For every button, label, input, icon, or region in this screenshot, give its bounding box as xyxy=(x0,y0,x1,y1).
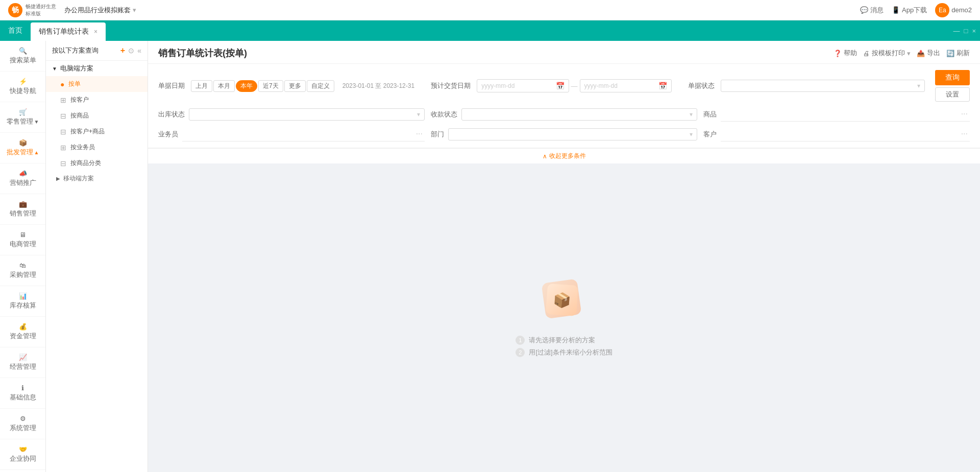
sidebar-item-sales[interactable]: 💼 销售管理 xyxy=(0,194,45,225)
scheme-item-by-goods[interactable]: ⊟ 按商品 xyxy=(46,108,148,124)
filter-row-2: 出库状态 ▾ 收款状态 ▾ xyxy=(158,107,970,122)
page-title: 销售订单统计表(按单) xyxy=(158,47,247,59)
top-bar: 畅 畅捷通好生意 标准版 办公用品行业模拟账套 ▾ 💬 消息 📱 App下载 E… xyxy=(0,0,980,20)
tab-sales-stats[interactable]: 销售订单统计表 × xyxy=(31,22,106,41)
sidebar-item-ecom[interactable]: 🖥 电商管理 xyxy=(0,225,45,255)
scheme-collapse-btn[interactable]: « xyxy=(137,46,141,55)
goods-more-btn[interactable]: ··· xyxy=(961,109,968,119)
status-select[interactable]: ▾ xyxy=(721,80,925,92)
expected-date-start[interactable]: yyyy-mm-dd 📅 xyxy=(477,79,569,92)
help-btn[interactable]: ❓ 帮助 xyxy=(834,49,857,58)
sidebar-item-marketing[interactable]: 📣 营销推广 xyxy=(0,163,45,194)
date-btn-more[interactable]: 更多 xyxy=(284,80,306,92)
out-status-select[interactable]: ▾ xyxy=(189,108,425,121)
collab-icon: 🤝 xyxy=(19,445,27,453)
sidebar-item-basic[interactable]: ℹ 基础信息 xyxy=(0,378,45,409)
settings-button[interactable]: 设置 xyxy=(935,87,970,102)
sidebar-item-inventory[interactable]: 📊 库存核算 xyxy=(0,286,45,317)
date-btn-this-year[interactable]: 本年 xyxy=(236,80,257,92)
logo-icon: 畅 xyxy=(8,3,22,17)
sidebar-item-system[interactable]: ⚙ 系统管理 xyxy=(0,409,45,439)
scheme-item-label-2: 按商品 xyxy=(70,111,89,120)
nav-tabs: 首页 销售订单统计表 × — □ × xyxy=(0,20,980,41)
date-btn-this-month[interactable]: 本月 xyxy=(213,80,235,92)
message-btn[interactable]: 💬 消息 xyxy=(860,6,884,15)
operations-icon: 📈 xyxy=(19,353,27,361)
collect-status-section: 收款状态 ▾ xyxy=(431,108,697,121)
hint-text-2: 用[过滤]条件来缩小分析范围 xyxy=(529,348,612,357)
scheme-category-desktop[interactable]: ▼ 电脑端方案 xyxy=(46,61,148,76)
scheme-item-by-category[interactable]: ⊟ 按商品分类 xyxy=(46,155,148,171)
scheme-add-btn[interactable]: + xyxy=(120,46,125,55)
print-dropdown-icon[interactable]: ▾ xyxy=(907,50,911,57)
scheme-item-by-staff[interactable]: ⊞ 按业务员 xyxy=(46,139,148,155)
sidebar-wholesale-label: 批发管理 xyxy=(7,148,33,157)
close-window-btn[interactable]: × xyxy=(972,27,976,35)
staff-more-btn[interactable]: ··· xyxy=(416,129,423,138)
sidebar-item-wholesale[interactable]: 📦 批发管理 ▲ xyxy=(0,133,45,163)
empty-state: 📦 1 请先选择要分析的方案 2 用[过滤]条件来缩小分析范围 xyxy=(148,163,980,472)
query-button[interactable]: 查询 xyxy=(935,70,970,85)
tab-home-label: 首页 xyxy=(8,26,22,35)
maximize-btn[interactable]: □ xyxy=(964,27,968,35)
scheme-edit-btn[interactable]: ⊙ xyxy=(128,46,134,55)
date-btn-last-month[interactable]: 上月 xyxy=(191,80,212,92)
sidebar-item-retail[interactable]: 🛒 零售管理 ▼ xyxy=(0,102,45,133)
scheme-item-label-0: 按单 xyxy=(68,80,81,88)
download-icon: 📱 xyxy=(892,6,900,14)
sidebar-item-nav[interactable]: ⚡ 快捷导航 xyxy=(0,72,45,102)
collect-status-select[interactable]: ▾ xyxy=(461,108,697,121)
minimize-btn[interactable]: — xyxy=(953,27,960,35)
app-selector[interactable]: 办公用品行业模拟账套 ▾ xyxy=(60,6,140,15)
scheme-item-by-customer-goods[interactable]: ⊟ 按客户+商品 xyxy=(46,124,148,139)
sidebar-item-purchase[interactable]: 🛍 采购管理 xyxy=(0,255,45,286)
scheme-header: 按以下方案查询 + ⊙ « xyxy=(46,41,148,61)
staff-label: 业务员 xyxy=(158,130,178,139)
expected-date-start-placeholder: yyyy-mm-dd xyxy=(481,82,514,89)
nav-icon: ⚡ xyxy=(19,78,27,85)
help-icon: ❓ xyxy=(834,50,842,57)
dept-select[interactable]: ▾ xyxy=(448,128,697,140)
collect-status-chevron: ▾ xyxy=(690,111,693,118)
user-menu[interactable]: Ea demo2 xyxy=(935,3,972,17)
message-label: 消息 xyxy=(870,6,884,15)
scheme-item-by-customer[interactable]: ⊞ 按客户 xyxy=(46,92,148,108)
date-range-text: 2023-01-01 至 2023-12-31 xyxy=(342,82,414,90)
export-btn[interactable]: 📤 导出 xyxy=(917,49,940,58)
tab-close-icon[interactable]: × xyxy=(94,28,97,35)
app-name: 办公用品行业模拟账套 xyxy=(64,6,131,15)
filter-wrapper: 单据日期 上月 本月 本年 近7天 更多 自定义 2023-01-01 至 20… xyxy=(148,64,980,163)
hint-text-1: 请先选择要分析的方案 xyxy=(529,336,595,345)
refresh-btn[interactable]: 🔄 刷新 xyxy=(946,49,970,58)
calendar-start-icon[interactable]: 📅 xyxy=(556,82,565,90)
sidebar-item-operations[interactable]: 📈 经营管理 xyxy=(0,347,45,378)
scheme-category-mobile[interactable]: ▶ 移动端方案 xyxy=(46,171,148,186)
goods-input[interactable]: ··· xyxy=(721,107,970,122)
expected-date-label: 预计交货日期 xyxy=(431,81,471,90)
inventory-icon: 📊 xyxy=(19,292,27,300)
date-btn-custom[interactable]: 自定义 xyxy=(307,80,334,92)
scheme-item-by-order[interactable]: ● 按单 xyxy=(46,76,148,92)
customer-more-btn[interactable]: ··· xyxy=(961,129,968,138)
sidebar-item-collab[interactable]: 🤝 企业协同 xyxy=(0,439,45,470)
calendar-end-icon[interactable]: 📅 xyxy=(658,82,667,90)
download-btn[interactable]: 📱 App下载 xyxy=(892,6,927,15)
collapse-bar[interactable]: ∧ 收起更多条件 xyxy=(148,148,980,163)
sidebar-item-search[interactable]: 🔍 搜索菜单 xyxy=(0,41,45,72)
sidebar-inventory-label: 库存核算 xyxy=(10,301,36,310)
sidebar-item-newbie[interactable]: 🔰 新手引导 xyxy=(0,470,45,472)
sidebar-ecom-label: 电商管理 xyxy=(10,240,36,249)
print-btn[interactable]: 🖨 按模板打印 ▾ xyxy=(863,49,911,58)
sidebar-item-finance[interactable]: 💰 资金管理 xyxy=(0,317,45,347)
category-label-desktop: 电脑端方案 xyxy=(60,64,93,73)
marketing-icon: 📣 xyxy=(19,170,27,177)
expected-date-end[interactable]: yyyy-mm-dd 📅 xyxy=(580,79,672,92)
expected-date-group: yyyy-mm-dd 📅 — yyyy-mm-dd 📅 xyxy=(477,79,672,92)
date-btn-7days[interactable]: 近7天 xyxy=(258,80,283,92)
customer-input[interactable]: ··· xyxy=(721,127,970,141)
sales-icon: 💼 xyxy=(19,200,27,208)
staff-input[interactable]: ··· xyxy=(182,127,425,141)
main-content: 销售订单统计表(按单) ❓ 帮助 🖨 按模板打印 ▾ 📤 导出 xyxy=(148,41,980,472)
tab-home[interactable]: 首页 xyxy=(0,20,31,41)
goods-section: 商品 ··· xyxy=(703,107,970,122)
